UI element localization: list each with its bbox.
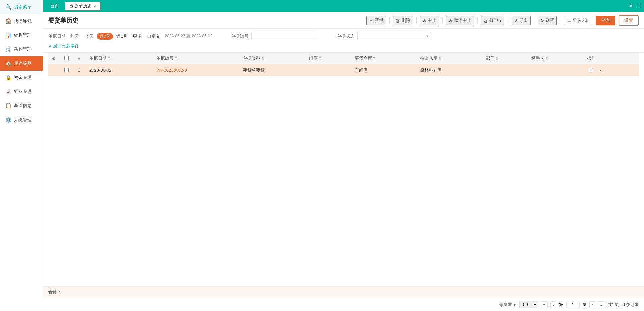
table-footer: 合计： xyxy=(43,286,644,298)
tab-bar-right: ✕ ⛶ xyxy=(629,3,641,9)
last-page-button[interactable]: » xyxy=(598,301,605,308)
table-row: 1 2023-06-02 YH-20230602-0 要货单要货 车间库 原材料… xyxy=(48,64,639,76)
shortcut-custom[interactable]: 自定义 xyxy=(145,33,162,40)
print-button[interactable]: 🖨 打印 ▾ xyxy=(481,16,504,25)
row-more-icon[interactable]: ⋯ xyxy=(597,67,604,73)
filter-row-1: 单据日期 昨天 今天 近7天 近1月 更多 自定义 2023-05-27 至 2… xyxy=(48,32,639,40)
doc-no-filter: 单据编号 xyxy=(231,32,318,40)
sidebar-item-finance-mgmt[interactable]: 🔒 资金管理 xyxy=(0,71,43,85)
col-department[interactable]: 部门 xyxy=(483,53,528,64)
divider-6 xyxy=(534,17,534,24)
sidebar-item-label: 经营管理 xyxy=(14,89,32,95)
prev-page-button[interactable]: ‹ xyxy=(550,301,556,308)
doc-status-select-wrapper: ▾ xyxy=(357,32,431,40)
sidebar-item-inventory[interactable]: 🏠 库存核算 xyxy=(0,56,43,71)
col-doc-type-label: 单据类型 xyxy=(243,56,260,61)
divider-5 xyxy=(508,17,508,24)
query-button[interactable]: 查询 xyxy=(596,16,615,25)
operations-icon: 📈 xyxy=(5,89,11,95)
col-store[interactable]: 门店 xyxy=(306,53,351,64)
new-button[interactable]: ＋ 新增 xyxy=(366,16,386,25)
col-pending-warehouse-label: 待出仓库 xyxy=(420,56,437,61)
row-pending-warehouse: 原材料仓库 xyxy=(417,64,483,76)
sidebar-item-quick-nav[interactable]: 🏠 快捷导航 xyxy=(0,14,43,28)
date-range-display: 2023-05-27 至 2023-06-02 xyxy=(165,33,212,39)
page-title: 要货单历史 xyxy=(48,16,78,25)
delete-button[interactable]: 🗑 删除 xyxy=(393,16,413,25)
col-doc-type[interactable]: 单据类型 xyxy=(239,53,306,64)
fullscreen-icon[interactable]: ⛶ xyxy=(637,3,641,9)
sidebar-item-label: 快捷导航 xyxy=(14,18,32,24)
doc-no-input[interactable] xyxy=(251,32,318,40)
tab-bar: 首页 要货单历史 × ✕ ⛶ xyxy=(43,0,644,12)
row-settings-icon xyxy=(48,64,60,76)
row-checkbox-cell[interactable] xyxy=(60,64,72,76)
shortcut-today[interactable]: 今天 xyxy=(83,33,95,40)
expand-more-button[interactable]: ∨ 展开更多条件 xyxy=(48,43,79,49)
col-department-label: 部门 xyxy=(486,56,495,61)
tab-home[interactable]: 首页 xyxy=(46,2,64,10)
shortcut-last-month[interactable]: 近1月 xyxy=(114,33,129,40)
row-actions: 📄 ⋯ xyxy=(584,64,639,76)
row-doc-no[interactable]: YH-20230602-0 xyxy=(153,64,239,76)
sidebar-item-basic-info[interactable]: 📋 基础信息 xyxy=(0,99,43,113)
first-page-button[interactable]: « xyxy=(541,301,548,308)
doc-status-filter: 单据状态 ▾ xyxy=(337,32,431,40)
col-actions: 操作 xyxy=(584,53,639,64)
row-department xyxy=(483,64,528,76)
show-detail-button[interactable]: ☐ 显示明细 xyxy=(564,16,592,25)
shortcut-yesterday[interactable]: 昨天 xyxy=(68,33,81,40)
stop-button[interactable]: ⊘ 中止 xyxy=(420,16,439,25)
new-label: 新增 xyxy=(375,17,383,24)
next-page-button[interactable]: › xyxy=(589,301,595,308)
sidebar: 🔍 搜索菜单 🏠 快捷导航 📊 销售管理 🛒 采购管理 🏠 库存核算 🔒 资金管… xyxy=(0,0,43,311)
col-doc-no-label: 单据编号 xyxy=(156,56,174,61)
col-num: # xyxy=(72,53,86,64)
tab-close-icon[interactable]: × xyxy=(94,4,96,8)
date-filter-label: 单据日期 xyxy=(48,33,66,39)
divider-7 xyxy=(560,17,560,24)
pagination: 每页显示 50 10 20 100 « ‹ 第 页 › » 共1页，1条记录 xyxy=(43,298,644,311)
print-label: 打印 xyxy=(489,17,498,24)
sales-icon: 📊 xyxy=(5,32,11,38)
sidebar-item-sales-mgmt[interactable]: 📊 销售管理 xyxy=(0,28,43,42)
sidebar-item-purchase-mgmt[interactable]: 🛒 采购管理 xyxy=(0,42,43,56)
col-doc-date[interactable]: 单据日期 xyxy=(86,53,153,64)
sidebar-item-label: 库存核算 xyxy=(14,60,32,66)
refresh-button[interactable]: ↻ 刷新 xyxy=(538,16,557,25)
col-req-warehouse-label: 要货仓库 xyxy=(355,56,372,61)
tab-current[interactable]: 要货单历史 × xyxy=(65,2,100,10)
close-window-icon[interactable]: ✕ xyxy=(629,3,633,9)
page-size-select[interactable]: 50 10 20 100 xyxy=(519,301,538,308)
row-edit-icon[interactable]: 📄 xyxy=(587,67,595,73)
col-doc-no[interactable]: 单据编号 xyxy=(153,53,239,64)
row-handler xyxy=(528,64,584,76)
col-pending-warehouse[interactable]: 待出仓库 xyxy=(417,53,483,64)
cancel-stop-button[interactable]: ⊗ 取消中止 xyxy=(446,16,474,25)
shortcut-last7[interactable]: 近7天 xyxy=(97,33,113,40)
col-req-warehouse[interactable]: 要货仓库 xyxy=(351,53,417,64)
tab-home-label: 首页 xyxy=(50,3,59,9)
inventory-icon: 🏠 xyxy=(5,60,11,66)
sidebar-item-system-mgmt[interactable]: ⚙️ 系统管理 xyxy=(0,113,43,127)
col-handler-label: 经手人 xyxy=(531,56,544,61)
select-all-checkbox[interactable] xyxy=(64,56,69,60)
shortcut-more[interactable]: 更多 xyxy=(131,33,144,40)
col-handler[interactable]: 经手人 xyxy=(528,53,584,64)
settings-button[interactable]: 设置 xyxy=(619,15,639,26)
divider-3 xyxy=(442,17,443,24)
date-filter: 单据日期 昨天 今天 近7天 近1月 更多 自定义 2023-05-27 至 2… xyxy=(48,33,212,40)
cancel-stop-icon: ⊗ xyxy=(449,18,452,23)
page-header: 要货单历史 ＋ 新增 🗑 删除 ⊘ 中止 ⊗ xyxy=(43,12,644,29)
row-checkbox[interactable] xyxy=(64,68,69,72)
main-area: 首页 要货单历史 × ✕ ⛶ 要货单历史 ＋ 新增 🗑 删除 xyxy=(43,0,644,311)
page-number-input[interactable] xyxy=(566,301,580,308)
doc-status-select[interactable] xyxy=(357,32,431,40)
export-button[interactable]: ↗ 导出 xyxy=(512,16,531,25)
page-size-label: 每页显示 xyxy=(499,302,517,308)
col-settings[interactable]: ⚙ xyxy=(48,53,60,64)
sidebar-item-operations-mgmt[interactable]: 📈 经营管理 xyxy=(0,85,43,99)
sidebar-item-search-menu[interactable]: 🔍 搜索菜单 xyxy=(0,0,43,14)
table-header-row: ⚙ # 单据日期 单据编号 单据类型 xyxy=(48,53,639,64)
table-body: 1 2023-06-02 YH-20230602-0 要货单要货 车间库 原材料… xyxy=(48,64,639,76)
